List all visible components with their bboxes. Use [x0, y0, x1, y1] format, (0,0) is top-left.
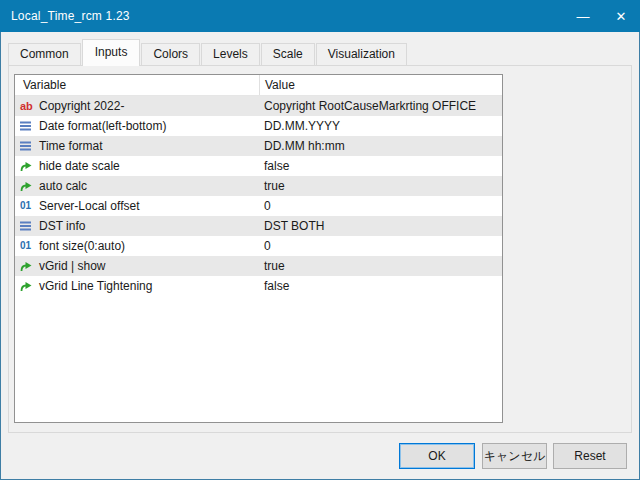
bool-icon: [20, 156, 36, 176]
table-row[interactable]: ab Copyright 2022- Copyright RootCauseMa…: [15, 96, 502, 116]
enum-icon: [20, 136, 36, 156]
enum-icon: [20, 116, 36, 136]
variable-name: vGrid Line Tightening: [39, 279, 152, 293]
table-row[interactable]: hide date scale false: [15, 156, 502, 176]
variable-value[interactable]: 0: [259, 196, 502, 216]
variable-value[interactable]: true: [259, 176, 502, 196]
title-bar: Local_Time_rcm 1.23 — ✕: [0, 0, 640, 32]
string-icon: ab: [20, 96, 36, 116]
tab-levels[interactable]: Levels: [201, 43, 260, 66]
table-row[interactable]: DST info DST BOTH: [15, 216, 502, 236]
variable-value[interactable]: false: [259, 276, 502, 296]
variable-name: Date format(left-bottom): [39, 119, 166, 133]
tab-visualization[interactable]: Visualization: [316, 43, 407, 66]
table-row[interactable]: Time format DD.MM hh:mm: [15, 136, 502, 156]
reset-button[interactable]: Reset: [553, 443, 627, 469]
variable-name: auto calc: [39, 179, 87, 193]
variable-name: DST info: [39, 219, 85, 233]
tab-inputs[interactable]: Inputs: [82, 39, 141, 66]
variable-name: font size(0:auto): [39, 239, 125, 253]
tab-scale[interactable]: Scale: [261, 43, 315, 66]
variable-name: vGrid | show: [39, 259, 105, 273]
variable-name: Server-Local offset: [39, 199, 140, 213]
enum-icon: [20, 216, 36, 236]
variable-value[interactable]: DD.MM hh:mm: [259, 136, 502, 156]
table-row[interactable]: 01 font size(0:auto) 0: [15, 236, 502, 256]
variable-value[interactable]: true: [259, 256, 502, 276]
bool-icon: [20, 276, 36, 296]
tab-colors[interactable]: Colors: [141, 43, 200, 66]
table-row[interactable]: vGrid | show true: [15, 256, 502, 276]
minimize-icon: —: [577, 9, 590, 24]
integer-icon: 01: [20, 196, 36, 216]
tab-strip: Common Inputs Colors Levels Scale Visual…: [8, 39, 408, 66]
table-row[interactable]: vGrid Line Tightening false: [15, 276, 502, 296]
table-header-row: Variable Value: [15, 75, 502, 96]
variable-value[interactable]: Copyright RootCauseMarkrting OFFICE: [259, 96, 502, 116]
variable-value[interactable]: 0: [259, 236, 502, 256]
ok-button[interactable]: OK: [399, 443, 475, 469]
table-row[interactable]: 01 Server-Local offset 0: [15, 196, 502, 216]
close-button[interactable]: ✕: [602, 0, 640, 32]
variable-value[interactable]: false: [259, 156, 502, 176]
integer-icon: 01: [20, 236, 36, 256]
minimize-button[interactable]: —: [564, 0, 602, 32]
dialog-window: Local_Time_rcm 1.23 — ✕ Common Inputs Co…: [0, 0, 640, 480]
cancel-button[interactable]: キャンセル: [482, 443, 547, 469]
tab-common[interactable]: Common: [8, 43, 81, 66]
variable-value[interactable]: DST BOTH: [259, 216, 502, 236]
column-header-value: Value: [259, 75, 502, 95]
window-title: Local_Time_rcm 1.23: [0, 9, 130, 23]
column-header-variable: Variable: [15, 75, 259, 95]
bool-icon: [20, 256, 36, 276]
variable-name: hide date scale: [39, 159, 120, 173]
variable-name: Copyright 2022-: [39, 99, 124, 113]
caption-buttons: — ✕: [564, 0, 640, 32]
variable-name: Time format: [39, 139, 103, 153]
table-row[interactable]: Date format(left-bottom) DD.MM.YYYY: [15, 116, 502, 136]
table-row[interactable]: auto calc true: [15, 176, 502, 196]
variable-value[interactable]: DD.MM.YYYY: [259, 116, 502, 136]
close-icon: ✕: [616, 9, 627, 24]
bool-icon: [20, 176, 36, 196]
inputs-table: Variable Value ab Copyright 2022- Copyri…: [14, 74, 503, 423]
